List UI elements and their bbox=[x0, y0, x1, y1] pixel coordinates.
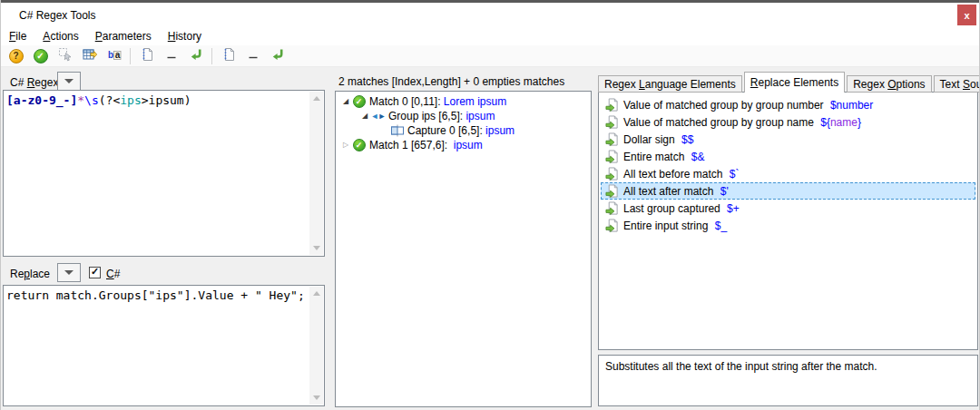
replace-element-item[interactable]: Value of matched group by group number $… bbox=[601, 96, 975, 113]
pointer-select-button[interactable] bbox=[54, 46, 76, 66]
pointer-select-icon bbox=[58, 47, 73, 64]
tree-row[interactable]: ◢ ✓ Match 0 [0,11]: Lorem ipsum bbox=[336, 94, 591, 109]
document-button[interactable] bbox=[217, 46, 240, 66]
replace-element-label: All text before match bbox=[623, 168, 726, 181]
svg-text:b: b bbox=[108, 50, 113, 60]
replace-element-label: Last group captured bbox=[623, 202, 723, 215]
toolbar-separator bbox=[211, 48, 212, 64]
replace-element-code: $_ bbox=[715, 220, 727, 232]
chevron-down-icon bbox=[64, 270, 74, 275]
tree-expander-collapsed[interactable]: ▷ bbox=[340, 142, 351, 149]
match-check-icon: ✓ bbox=[351, 139, 367, 151]
rename-ab-icon: ba bbox=[107, 47, 122, 64]
replace-element-item[interactable]: Entire input string $_ bbox=[601, 217, 975, 234]
replace-element-code: $' bbox=[720, 185, 729, 198]
scroll-up-icon[interactable] bbox=[313, 291, 320, 296]
replace-label: Replace bbox=[10, 268, 50, 280]
tree-node-label: Match 0 [0,11]: bbox=[369, 95, 444, 108]
capture-icon bbox=[389, 124, 405, 137]
replace-input[interactable]: return match.Groups["ips"].Value + " Hey… bbox=[3, 285, 325, 406]
space-button[interactable] bbox=[160, 46, 182, 66]
return-arrow-icon bbox=[270, 47, 285, 64]
return-arrow-button[interactable] bbox=[266, 46, 289, 66]
replace-element-icon bbox=[605, 115, 620, 130]
scroll-down-icon[interactable] bbox=[313, 246, 320, 250]
space-icon bbox=[246, 47, 260, 64]
menu-actions[interactable]: Actions bbox=[34, 27, 86, 44]
regex-label: C# Regex bbox=[10, 76, 58, 89]
menu-file[interactable]: File bbox=[1, 27, 34, 44]
document-icon bbox=[221, 47, 236, 64]
replace-element-label: Dollar sign bbox=[623, 133, 678, 146]
rename-ab-button[interactable]: ba bbox=[103, 46, 125, 66]
tab-replace-elements[interactable]: Replace Elements bbox=[744, 72, 845, 93]
toolbar-separator bbox=[130, 48, 131, 64]
regex-input[interactable]: [a-z0-9_-]*\s(?<ips>ipsum) bbox=[3, 90, 325, 257]
replace-element-label: Value of matched group by group name bbox=[623, 116, 817, 129]
replace-element-code: $& bbox=[691, 151, 705, 163]
csharp-checkbox-label[interactable]: C# bbox=[106, 268, 120, 280]
tree-node-value: ipsum bbox=[450, 139, 482, 151]
document-button[interactable] bbox=[135, 46, 158, 66]
replace-element-icon bbox=[605, 167, 620, 181]
replace-element-icon bbox=[605, 132, 620, 147]
replace-element-label: Value of matched group by group number bbox=[623, 99, 827, 112]
matches-tree: ◢ ✓ Match 0 [0,11]: Lorem ipsum ◢ ◄► Gro… bbox=[335, 91, 592, 407]
replace-scrollbar[interactable] bbox=[309, 287, 323, 405]
document-icon bbox=[140, 47, 154, 64]
close-button[interactable]: x bbox=[957, 5, 976, 25]
tree-expander-expanded[interactable]: ◢ bbox=[340, 98, 351, 105]
replace-element-code: $` bbox=[730, 168, 740, 181]
tree-node-label: Group ips [6,5]: bbox=[388, 110, 466, 122]
scroll-up-icon[interactable] bbox=[313, 96, 320, 101]
tree-expander-expanded[interactable]: ◢ bbox=[359, 112, 370, 120]
tree-row[interactable]: ▷ ✓ Match 1 [657,6]: ipsum bbox=[336, 138, 591, 152]
replace-element-item[interactable]: All text after match $' bbox=[601, 182, 975, 200]
tree-node-label: Capture 0 [6,5]: bbox=[407, 124, 485, 137]
return-arrow-icon bbox=[189, 47, 203, 64]
regex-history-dropdown-button[interactable] bbox=[57, 72, 81, 91]
tree-row[interactable]: ◢ ◄► Group ips [6,5]: ipsum bbox=[336, 109, 591, 123]
replace-element-icon bbox=[605, 201, 620, 216]
regex-scrollbar[interactable] bbox=[309, 92, 323, 255]
menu-history[interactable]: History bbox=[160, 27, 210, 44]
scroll-down-icon[interactable] bbox=[313, 395, 320, 400]
help-icon: ? bbox=[9, 48, 24, 63]
replace-element-item[interactable]: All text before match $` bbox=[601, 165, 975, 182]
replace-element-item[interactable]: Value of matched group by group name ${n… bbox=[601, 113, 975, 131]
chevron-down-icon bbox=[64, 79, 74, 83]
svg-text:a: a bbox=[114, 50, 120, 60]
validate-check-icon: ✓ bbox=[34, 48, 48, 63]
titlebar[interactable]: C# Regex Tools x bbox=[1, 3, 979, 27]
matches-summary: 2 matches [Index,Length] + 0 empties mat… bbox=[338, 75, 564, 88]
toolbar: ?✓ba bbox=[1, 45, 979, 67]
replace-element-item[interactable]: Last group captured $+ bbox=[601, 200, 975, 217]
table-export-button[interactable] bbox=[78, 46, 101, 66]
tab-regex-language-elements[interactable]: Regex Language Elements bbox=[598, 75, 742, 93]
tree-node-label: Match 1 [657,6]: bbox=[369, 139, 450, 151]
replace-history-dropdown-button[interactable] bbox=[57, 263, 81, 282]
element-description-box: Substitutes all the text of the input st… bbox=[598, 355, 978, 406]
tree-row[interactable]: Capture 0 [6,5]: ipsum bbox=[336, 123, 591, 138]
check-icon: ✓ bbox=[91, 267, 99, 277]
space-icon bbox=[164, 47, 179, 64]
close-icon: x bbox=[964, 10, 969, 21]
replace-element-icon bbox=[605, 98, 620, 112]
csharp-checkbox[interactable]: ✓ bbox=[89, 267, 101, 278]
tab-regex-options[interactable]: Regex Options bbox=[847, 75, 931, 93]
group-brackets-icon: ◄► bbox=[370, 112, 386, 121]
return-arrow-button[interactable] bbox=[184, 46, 207, 66]
replace-element-item[interactable]: Entire match $& bbox=[601, 148, 975, 165]
space-button[interactable] bbox=[241, 46, 264, 66]
tree-node-value: Lorem ipsum bbox=[444, 95, 506, 108]
replace-element-item[interactable]: Dollar sign $$ bbox=[601, 131, 975, 148]
help-button[interactable]: ? bbox=[5, 46, 27, 66]
element-description: Substitutes all the text of the input st… bbox=[599, 356, 977, 377]
app-window: C# Regex Tools x FileActionsParametersHi… bbox=[0, 0, 980, 410]
replace-element-code: ${name} bbox=[820, 116, 861, 129]
validate-check-button[interactable]: ✓ bbox=[29, 46, 52, 66]
match-check-icon: ✓ bbox=[351, 95, 367, 108]
window-title: C# Regex Tools bbox=[19, 9, 96, 22]
tab-text-source[interactable]: Text Source bbox=[934, 75, 980, 93]
menu-parameters[interactable]: Parameters bbox=[87, 27, 160, 44]
